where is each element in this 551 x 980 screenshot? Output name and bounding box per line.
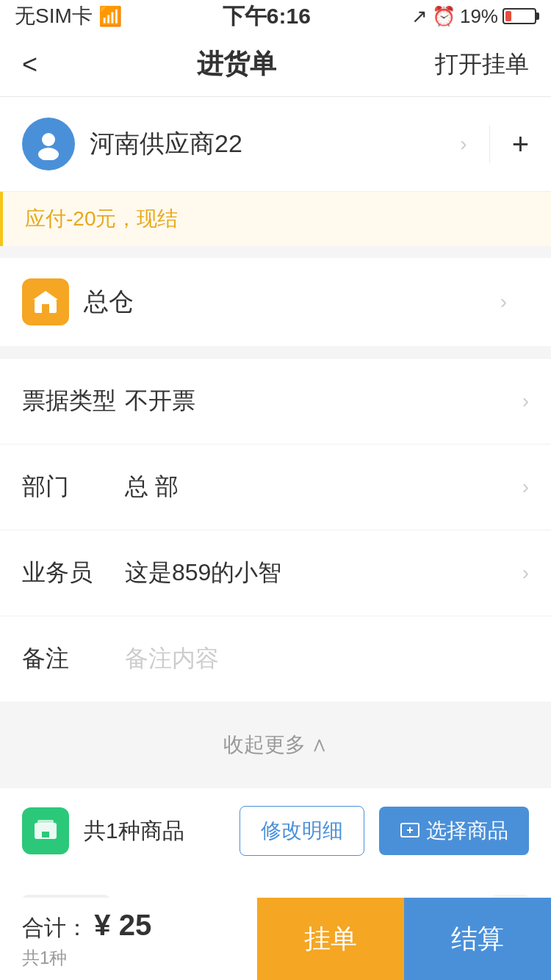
total-section: 合计： ¥ 25 共1种 xyxy=(0,898,257,980)
add-supplier-button[interactable]: + xyxy=(512,128,529,161)
page-title: 进货单 xyxy=(197,46,276,82)
nav-bar: < 进货单 打开挂单 xyxy=(0,32,551,97)
department-chevron-icon: › xyxy=(522,475,529,499)
pending-button[interactable]: 挂单 xyxy=(257,898,404,980)
status-bar: 无SIM卡 📶 下午6:16 ↗ ⏰ 19% xyxy=(0,0,551,32)
select-product-label: 选择商品 xyxy=(426,817,508,845)
salesperson-chevron-icon: › xyxy=(522,561,529,585)
bottom-bar: 合计： ¥ 25 共1种 挂单 结算 xyxy=(0,898,551,980)
alarm-icon: ⏰ xyxy=(432,5,455,28)
svg-marker-3 xyxy=(33,291,58,300)
svg-rect-4 xyxy=(42,304,49,313)
svg-rect-7 xyxy=(42,832,49,837)
ticket-type-chevron-icon: › xyxy=(522,389,529,413)
total-main: 合计： ¥ 25 xyxy=(22,909,235,943)
total-amount: ¥ 25 xyxy=(94,909,151,941)
total-label: 合计： xyxy=(22,915,88,940)
wifi-icon: 📶 xyxy=(98,5,122,28)
products-icon xyxy=(22,807,69,854)
note-row[interactable]: 备注 备注内容 xyxy=(0,616,551,702)
time-display: 下午6:16 xyxy=(223,1,311,32)
svg-point-0 xyxy=(42,133,55,146)
edit-detail-button[interactable]: 修改明细 xyxy=(240,806,364,856)
salesperson-value: 这是859的小智 xyxy=(125,557,522,589)
salesperson-row[interactable]: 业务员 这是859的小智 › xyxy=(0,530,551,616)
svg-rect-6 xyxy=(37,820,54,824)
salesperson-label: 业务员 xyxy=(22,557,125,589)
ticket-type-label: 票据类型 xyxy=(22,385,125,417)
note-label: 备注 xyxy=(22,643,125,675)
department-label: 部门 xyxy=(22,471,125,503)
checkout-button[interactable]: 结算 xyxy=(404,898,551,980)
supplier-row[interactable]: 河南供应商22 › + xyxy=(0,97,551,192)
warehouse-icon-wrap xyxy=(22,278,69,325)
supplier-avatar xyxy=(22,118,75,170)
supplier-name: 河南供应商22 xyxy=(90,127,460,161)
warehouse-name: 总仓 xyxy=(84,285,500,319)
warehouse-section: 总仓 › xyxy=(0,258,551,346)
back-button[interactable]: < xyxy=(22,49,37,80)
select-product-button[interactable]: 选择商品 xyxy=(379,807,529,855)
supplier-section: 河南供应商22 › + 应付-20元，现结 xyxy=(0,97,551,246)
collapse-button[interactable]: 收起更多 ∧ xyxy=(0,713,551,777)
warehouse-chevron-icon: › xyxy=(500,290,507,314)
carrier-label: 无SIM卡 xyxy=(15,2,93,30)
battery-label: 19% xyxy=(460,5,498,28)
form-section: 票据类型 不开票 › 部门 总 部 › 业务员 这是859的小智 › 备注 备注… xyxy=(0,358,551,702)
status-left: 无SIM卡 📶 xyxy=(15,2,122,30)
department-value: 总 部 xyxy=(125,471,522,503)
ticket-type-value: 不开票 xyxy=(125,385,522,417)
info-banner: 应付-20元，现结 xyxy=(0,192,551,246)
location-icon: ↗ xyxy=(411,5,428,28)
products-count: 共1种商品 xyxy=(84,816,225,846)
total-sub: 共1种 xyxy=(22,946,235,970)
divider xyxy=(489,126,490,162)
note-placeholder: 备注内容 xyxy=(125,643,529,675)
warehouse-row[interactable]: 总仓 › xyxy=(0,258,551,346)
department-row[interactable]: 部门 总 部 › xyxy=(0,444,551,530)
status-right: ↗ ⏰ 19% xyxy=(411,5,536,28)
battery-icon xyxy=(503,8,536,24)
supplier-chevron-icon: › xyxy=(460,132,467,156)
ticket-type-row[interactable]: 票据类型 不开票 › xyxy=(0,358,551,444)
products-header: 共1种商品 修改明细 选择商品 xyxy=(0,788,551,873)
svg-point-1 xyxy=(38,148,59,160)
open-pending-button[interactable]: 打开挂单 xyxy=(435,48,529,81)
